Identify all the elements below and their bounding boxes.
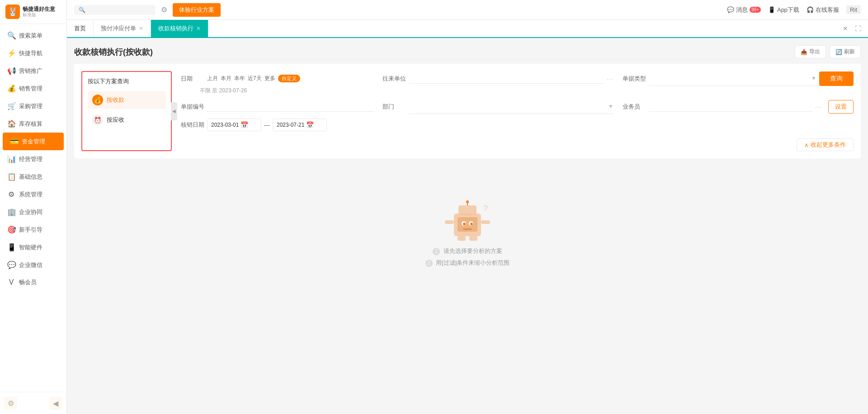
sidebar-item-guide[interactable]: 🎯新手引导: [0, 221, 66, 238]
svg-point-11: [466, 200, 469, 203]
query-by-collection[interactable]: 💰 按收款: [88, 91, 165, 109]
collection-tab-close-icon[interactable]: ✕: [196, 25, 201, 32]
message-icon: 💬: [727, 6, 734, 13]
member-label: 畅会员: [19, 278, 37, 286]
custom-date-badge[interactable]: 自定义: [278, 75, 300, 82]
guide-icon: 🎯: [7, 225, 15, 234]
username-display[interactable]: Rit: [846, 5, 861, 14]
prepay-tab-label: 预付冲应付单: [101, 24, 136, 33]
message-label: 消息: [736, 6, 748, 14]
sidebar-item-member[interactable]: V畅会员: [0, 274, 66, 291]
collapse-sidebar-icon[interactable]: ◀: [49, 397, 62, 409]
doc-type-select[interactable]: [649, 73, 809, 84]
home-tab-label: 首页: [74, 24, 86, 33]
more-date-btn[interactable]: 更多: [264, 75, 275, 82]
inventory-icon: 🏠: [7, 119, 15, 128]
sidebar-item-search-menu[interactable]: 🔍搜索菜单: [0, 27, 66, 44]
page-header: 收款核销执行(按收款) 📤 导出 🔄 刷新: [74, 45, 861, 58]
svg-text:?: ?: [483, 204, 488, 213]
svg-rect-6: [463, 228, 472, 230]
last-7days-btn[interactable]: 近7天: [248, 75, 262, 82]
service-label: 在线客服: [816, 6, 839, 14]
service-icon: 🎧: [807, 6, 814, 13]
this-year-btn[interactable]: 本年: [234, 75, 245, 82]
filter-fields-area: 日期 上月 本月 本年 近7天 更多 自定义 往来单位 ···: [181, 71, 854, 151]
settings-button[interactable]: 设置: [828, 100, 854, 114]
expand-tab-btn[interactable]: ⛶: [853, 23, 863, 34]
step2-badge: 2: [425, 260, 433, 267]
filter-row-3: 核销日期 2023-03-01 📅 — 2023-07-21 📅: [181, 119, 854, 131]
counterpart-dots-icon[interactable]: ···: [607, 75, 613, 82]
counterpart-filter-cell: 往来单位 ···: [382, 73, 613, 84]
action-buttons: 查询: [819, 71, 854, 86]
writeoff-date-label: 核销日期: [181, 121, 204, 129]
collapse-query-panel-btn[interactable]: ◀: [171, 102, 177, 120]
sidebar-item-hardware[interactable]: 📱智能硬件: [0, 238, 66, 256]
staff-dots-icon[interactable]: ···: [815, 103, 822, 110]
topbar-gear-icon[interactable]: ⚙: [161, 5, 167, 14]
sidebar-item-sales[interactable]: 💰销售管理: [0, 80, 66, 97]
service-button[interactable]: 🎧 在线客服: [807, 6, 839, 14]
svg-rect-8: [481, 220, 490, 224]
query-button[interactable]: 查询: [819, 71, 854, 86]
empty-hint-2: 2 用[过滤]条件来缩小分析范围: [425, 257, 510, 269]
staff-input[interactable]: [649, 101, 812, 112]
app-download-button[interactable]: 📱 App下载: [768, 6, 799, 14]
sidebar-item-basic-info[interactable]: 📋基础信息: [0, 168, 66, 186]
basic-info-label: 基础信息: [19, 173, 42, 181]
business-icon: 📊: [7, 155, 15, 163]
collapse-more-button[interactable]: ∧ 收起更多条件: [797, 138, 854, 151]
writeoff-date-end-input[interactable]: 2023-07-21 📅: [273, 119, 327, 131]
department-select-wrapper[interactable]: ▼: [409, 99, 613, 114]
sidebar-item-business[interactable]: 📊经营管理: [0, 150, 66, 168]
business-label: 经营管理: [19, 155, 42, 163]
last-month-btn[interactable]: 上月: [207, 75, 218, 82]
tab-collection[interactable]: 收款核销执行 ✕: [151, 20, 208, 37]
date-label: 日期: [181, 75, 204, 83]
doc-type-select-wrapper[interactable]: ▼: [649, 71, 816, 86]
department-select[interactable]: [409, 101, 606, 112]
writeoff-date-start-input[interactable]: 2023-03-01 📅: [207, 119, 261, 131]
this-month-btn[interactable]: 本月: [221, 75, 231, 82]
writeoff-date-cell: 核销日期 2023-03-01 📅 — 2023-07-21 📅: [181, 119, 854, 131]
tab-home[interactable]: 首页: [67, 20, 94, 37]
svg-rect-7: [445, 220, 454, 224]
solution-button[interactable]: 体验行业方案: [173, 3, 221, 17]
svg-rect-12: [458, 236, 466, 241]
sidebar-item-purchase[interactable]: 🛒采购管理: [0, 97, 66, 115]
refresh-label: 刷新: [844, 48, 855, 56]
export-button[interactable]: 📤 导出: [795, 45, 826, 58]
topbar-search-area[interactable]: 🔍: [74, 5, 156, 15]
sidebar-logo: 🐰 畅捷通好生意 标准版: [0, 0, 66, 24]
writeoff-end-value: 2023-07-21: [277, 122, 304, 128]
doc-number-filter-cell: 单据编号: [181, 101, 373, 112]
prepay-tab-close-icon[interactable]: ✕: [139, 25, 143, 32]
step1-badge: 1: [433, 248, 440, 255]
sidebar-item-system[interactable]: ⚙系统管理: [0, 186, 66, 203]
sidebar-item-marketing[interactable]: 📢营销推广: [0, 62, 66, 80]
settings-icon[interactable]: ⚙: [5, 397, 17, 409]
export-icon: 📤: [801, 49, 807, 55]
finance-label: 资金管理: [22, 138, 45, 146]
marketing-label: 营销推广: [19, 67, 42, 75]
writeoff-start-value: 2023-03-01: [211, 122, 239, 128]
sidebar-item-corp[interactable]: 🏢企业协同: [0, 203, 66, 221]
search-menu-label: 搜索菜单: [19, 32, 42, 40]
query-type-title: 按以下方案查询: [88, 77, 165, 86]
sidebar-item-inventory[interactable]: 🏠库存核算: [0, 115, 66, 133]
writeoff-start-cal-icon: 📅: [241, 121, 248, 128]
quick-nav-label: 快捷导航: [19, 49, 42, 57]
doc-number-input[interactable]: [207, 101, 373, 112]
page-title: 收款核销执行(按收款): [74, 47, 153, 57]
close-tab-btn[interactable]: ✕: [840, 23, 851, 34]
query-by-receivable[interactable]: ⏰ 按应收: [88, 111, 165, 129]
message-button[interactable]: 💬 消息 99+: [727, 6, 761, 14]
sidebar-item-quick-nav[interactable]: ⚡快捷导航: [0, 44, 66, 62]
tab-prepay[interactable]: 预付冲应付单 ✕: [94, 20, 151, 37]
counterpart-input[interactable]: [409, 73, 604, 84]
refresh-button[interactable]: 🔄 刷新: [830, 45, 861, 58]
topbar-right: 💬 消息 99+ 📱 App下载 🎧 在线客服 Rit: [727, 5, 861, 14]
sidebar-item-wechat[interactable]: 💬企业微信: [0, 256, 66, 274]
department-label: 部门: [382, 103, 406, 111]
sidebar-item-finance[interactable]: 💳资金管理: [3, 133, 64, 150]
